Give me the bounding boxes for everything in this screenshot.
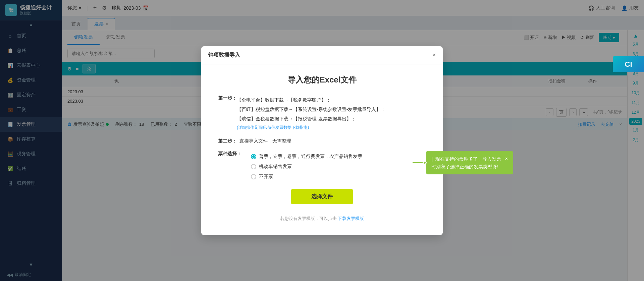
tooltip-close-button[interactable]: × (505, 155, 508, 162)
radio-group: 普票，专票，卷票，通行费发票，农产品销售发票 机动车销售发票 不开票 (244, 154, 362, 180)
step1-line2: 【百旺】税控盘数据下载→【系统设置-系统参数设置-发票批量导入】； (237, 105, 385, 114)
step1-line1: 【全电平台】数据下载→【税务数字账户】； (237, 95, 385, 105)
import-dialog: 销项数据导入 × 导入您的Excel文件 第一步： 【全电平台】数据下载→【税务… (201, 46, 443, 235)
dialog-title: 销项数据导入 (208, 52, 240, 59)
step1-label: 第一步： (218, 95, 237, 131)
radio-circle-3 (251, 174, 256, 179)
dialog-header: 销项数据导入 × (201, 46, 443, 64)
radio-circle-2 (251, 164, 256, 169)
radio-option-3[interactable]: 不开票 (251, 174, 362, 180)
radio-dot-1 (252, 155, 255, 158)
tooltip-dot (423, 161, 427, 165)
dialog-close-button[interactable]: × (432, 52, 436, 59)
radio-label-3: 不开票 (259, 174, 273, 180)
ci-badge[interactable]: CI (613, 56, 644, 72)
tooltip-text: 现在支持的票种多了，导入发票时别忘了选择正确的发票类型呀! (431, 156, 501, 169)
ticket-options: 票种选择： 普票，专票，卷票，通行费发票，农产品销售发票 机动车销售 (218, 151, 426, 180)
radio-label-1: 普票，专票，卷票，通行费发票，农产品销售发票 (259, 154, 362, 160)
select-file-button[interactable]: 选择文件 (291, 189, 353, 204)
dialog-step2: 第二步： 直接导入文件，无需整理 (218, 138, 426, 144)
dialog-body: 导入您的Excel文件 第一步： 【全电平台】数据下载→【税务数字账户】； 【百… (201, 64, 443, 235)
ticket-label: 票种选择： (218, 151, 241, 157)
radio-option-2[interactable]: 机动车销售发票 (251, 164, 362, 170)
tooltip-bubble: × | 现在支持的票种多了，导入发票时别忘了选择正确的发票类型呀! (426, 151, 513, 174)
tooltip-line (413, 162, 423, 163)
dialog-main-title: 导入您的Excel文件 (218, 74, 426, 85)
radio-circle-1 (251, 154, 256, 159)
step1-line3: 【航信】金税盘数据下载→【报税管理-发票数据导出】； (237, 114, 385, 123)
step2-label: 第二步： (218, 138, 237, 144)
step2-text: 直接导入文件，无需整理 (239, 138, 291, 144)
radio-label-2: 机动车销售发票 (259, 164, 292, 170)
modal-overlay: 销项数据导入 × 导入您的Excel文件 第一步： 【全电平台】数据下载→【税务… (0, 0, 644, 281)
radio-option-1[interactable]: 普票，专票，卷票，通行费发票，农产品销售发票 (251, 154, 362, 160)
download-template-link[interactable]: 下载发票模版 (338, 216, 364, 221)
dialog-footer: 若您没有发票模版，可以点击 下载发票模版 (218, 212, 426, 228)
step1-guide-link[interactable]: (详细操作见百旺/航信发票数据下载指南) (237, 123, 385, 131)
dialog-step1: 第一步： 【全电平台】数据下载→【税务数字账户】； 【百旺】税控盘数据下载→【系… (218, 95, 426, 131)
